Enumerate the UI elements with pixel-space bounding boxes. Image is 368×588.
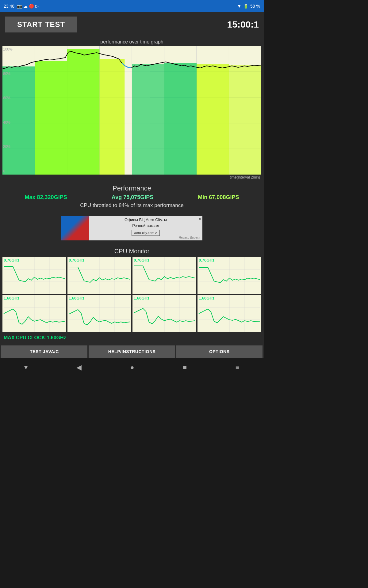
cpu-graph-8 [197, 295, 261, 332]
cpu-freq-4: 0.76GHz [199, 258, 214, 262]
graph-container: 100% 80% 60% 40% 20% 0 [2, 46, 261, 175]
cpu-graph-5 [2, 295, 66, 332]
cpu-graph-2 [67, 257, 131, 294]
cpu-cell-3: 0.76GHz [132, 257, 196, 294]
ad-text: Офисы БЦ Aero City. мРечной вокзал [91, 217, 200, 228]
cpu-bottom-row: 1.60GHz 1.60GHz [2, 295, 261, 332]
svg-rect-15 [100, 59, 125, 175]
cpu-monitor-title: CPU Monitor [2, 248, 261, 255]
cpu-freq-2: 0.76GHz [69, 258, 84, 262]
status-bar: 23:48 📷 ☁ 🔴 ▷ ▼ 🔋 58 % [0, 0, 264, 12]
nav-back-icon[interactable]: ◀ [76, 364, 82, 371]
y-axis-labels: 100% 80% 60% 40% 20% 0 [2, 46, 13, 175]
cpu-cell-7: 1.60GHz [132, 295, 196, 332]
cpu-monitor: CPU Monitor 0.76GHz 0.76GHz [0, 245, 264, 344]
header-row: START TEST 15:00:1 [0, 12, 264, 37]
perf-max: Max 82,320GIPS [25, 194, 67, 201]
throttle-text: CPU throttled to 84% of its max performa… [2, 202, 261, 209]
cpu-freq-5: 1.60GHz [4, 296, 19, 300]
cpu-graph-7 [132, 295, 196, 332]
graph-section: performance over time graph 100% 80% 60%… [0, 37, 264, 181]
performance-stats: Performance Max 82,320GIPS Avg 75,075GIP… [0, 181, 264, 211]
cpu-freq-8: 1.60GHz [199, 296, 214, 300]
cpu-graph-3 [132, 257, 196, 294]
notification-icons: 📷 ☁ 🔴 ▷ [17, 4, 39, 9]
wifi-icon: ▼ [237, 4, 241, 9]
cpu-cell-6: 1.60GHz [67, 295, 131, 332]
ad-cta-button[interactable]: aero-city.com > [132, 230, 160, 236]
svg-rect-17 [132, 64, 164, 175]
nav-recent-icon[interactable]: ■ [183, 364, 187, 371]
status-left: 23:48 📷 ☁ 🔴 ▷ [4, 4, 39, 9]
cpu-graph-1 [2, 257, 66, 294]
help-instructions-button[interactable]: HELP/INSTRUCTIONS [89, 345, 175, 358]
nav-bar: ▾ ◀ ● ■ ≡ [0, 359, 264, 376]
ad-banner: Офисы БЦ Aero City. мРечной вокзал aero-… [61, 216, 202, 240]
test-java-c-button[interactable]: TEST JAVA/C [1, 345, 87, 358]
svg-rect-18 [164, 63, 197, 175]
x-axis-label: time(interval 2min) [2, 175, 261, 179]
cpu-freq-7: 1.60GHz [134, 296, 149, 300]
cpu-graph-4 [197, 257, 261, 294]
graph-title: performance over time graph [2, 39, 261, 45]
cpu-cell-4: 0.76GHz [197, 257, 261, 294]
start-test-button[interactable]: START TEST [5, 17, 77, 32]
battery-percent: 58 % [250, 4, 260, 9]
cpu-freq-3: 0.76GHz [134, 258, 149, 262]
ad-close-button[interactable]: × [199, 217, 201, 221]
performance-graph-svg [2, 46, 261, 175]
ad-source: Яндекс Директ [91, 236, 200, 239]
options-button[interactable]: OPTIONS [176, 345, 263, 358]
perf-min: Min 67,008GIPS [198, 194, 239, 201]
performance-title: Performance [2, 184, 261, 192]
cpu-top-row: 0.76GHz 0.76GHz [2, 257, 261, 294]
cpu-cell-1: 0.76GHz [2, 257, 66, 294]
ad-content: Офисы БЦ Aero City. мРечной вокзал aero-… [89, 216, 202, 240]
timer-display: 15:00:1 [227, 19, 259, 30]
svg-rect-13 [35, 61, 67, 175]
svg-rect-14 [67, 49, 100, 175]
cpu-graph-6 [67, 295, 131, 332]
nav-home-icon[interactable]: ● [130, 364, 134, 371]
cpu-freq-6: 1.60GHz [69, 296, 84, 300]
status-right: ▼ 🔋 58 % [237, 4, 260, 9]
cpu-cell-2: 0.76GHz [67, 257, 131, 294]
time-display: 23:48 [4, 4, 14, 9]
svg-rect-19 [197, 64, 229, 175]
performance-values: Max 82,320GIPS Avg 75,075GIPS Min 67,008… [2, 194, 261, 201]
max-clock-label: MAX CPU CLOCK:1.60GHz [2, 333, 261, 342]
bottom-buttons: TEST JAVA/C HELP/INSTRUCTIONS OPTIONS [0, 344, 264, 358]
cpu-cell-8: 1.60GHz [197, 295, 261, 332]
cpu-freq-1: 0.76GHz [4, 258, 19, 262]
svg-rect-20 [229, 65, 262, 175]
nav-down-icon[interactable]: ▾ [24, 364, 28, 371]
battery-icon: 🔋 [243, 4, 248, 9]
cpu-cell-5: 1.60GHz [2, 295, 66, 332]
ad-image [61, 216, 89, 240]
nav-menu-icon[interactable]: ≡ [236, 364, 240, 371]
perf-avg: Avg 75,075GIPS [112, 194, 153, 201]
